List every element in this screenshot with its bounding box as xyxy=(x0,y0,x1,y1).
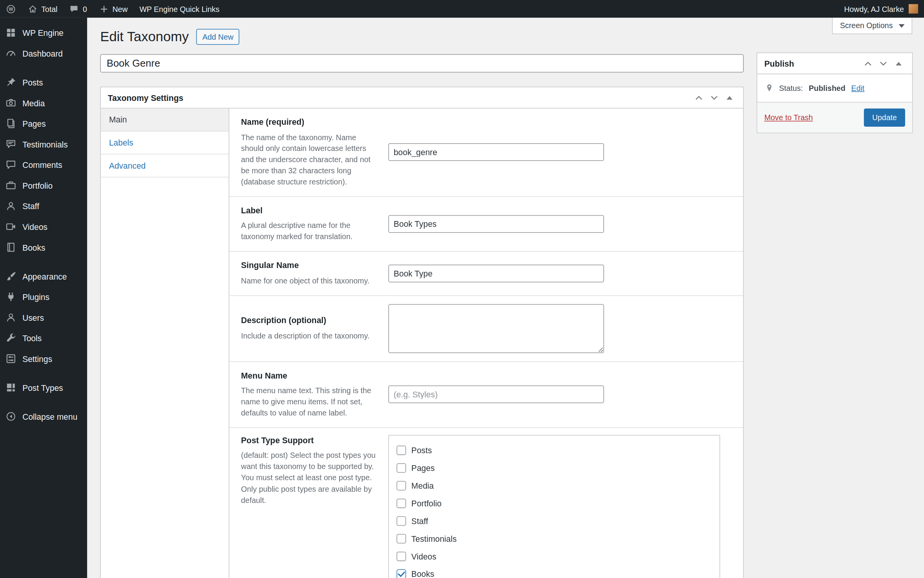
toggle-panel-button[interactable] xyxy=(891,56,906,71)
page-header: Edit Taxonomy Add New xyxy=(100,28,911,46)
checkbox[interactable] xyxy=(397,481,406,490)
person-icon xyxy=(5,200,17,211)
post-type-option-portfolio[interactable]: Portfolio xyxy=(397,494,712,512)
sidebar-item-post-types[interactable]: Post Types xyxy=(0,377,87,398)
tab-advanced[interactable]: Advanced xyxy=(101,154,229,178)
add-new-button[interactable]: Add New xyxy=(196,29,239,45)
post-type-option-videos[interactable]: Videos xyxy=(397,547,712,565)
comments-shortcut[interactable]: 0 xyxy=(63,0,93,18)
move-down-button[interactable] xyxy=(706,90,722,105)
post-types-icon xyxy=(5,382,17,393)
sidebar-item-wp-engine[interactable]: WP Engine xyxy=(0,22,87,43)
home-icon xyxy=(28,4,38,14)
label-input[interactable] xyxy=(388,215,604,233)
move-to-trash-link[interactable]: Move to Trash xyxy=(764,113,813,122)
metabox-title: Publish xyxy=(764,59,860,68)
my-account-menu[interactable]: Howdy, AJ Clarke xyxy=(838,0,924,18)
toggle-triangle-icon xyxy=(896,62,902,65)
field-description: Include a description of the taxonomy. xyxy=(241,331,379,342)
checkbox[interactable] xyxy=(397,463,406,472)
field-row-post-type-support: Post Type Support (default: post) Select… xyxy=(229,428,743,578)
sidebar-item-books[interactable]: Books xyxy=(0,237,87,258)
sidebar-item-comments[interactable]: Comments xyxy=(0,154,87,175)
field-row-description: Description (optional) Include a descrip… xyxy=(229,296,743,362)
move-down-button[interactable] xyxy=(875,56,891,71)
chevron-up-icon xyxy=(694,92,705,103)
wp-engine-quick-links-menu[interactable]: WP Engine Quick Links xyxy=(134,0,225,18)
plugins-icon xyxy=(5,291,17,302)
sidebar-item-appearance[interactable]: Appearance xyxy=(0,266,87,286)
pages-icon xyxy=(5,118,17,129)
sidebar-item-tools[interactable]: Tools xyxy=(0,328,87,348)
taxonomy-title-input[interactable] xyxy=(100,54,743,72)
sidebar-item-portfolio[interactable]: Portfolio xyxy=(0,175,87,196)
portfolio-icon xyxy=(5,180,17,191)
publish-metabox: Publish Status: Pu xyxy=(757,52,913,133)
checkbox-label: Pages xyxy=(411,463,435,472)
site-name-label: Total xyxy=(41,4,57,13)
sidebar-item-testimonials[interactable]: Testimonials xyxy=(0,134,87,154)
sidebar-item-settings[interactable]: Settings xyxy=(0,348,87,369)
page-title: Edit Taxonomy xyxy=(100,28,189,46)
move-up-button[interactable] xyxy=(860,56,876,71)
checkbox-label: Testimonials xyxy=(411,534,457,543)
tab-main[interactable]: Main xyxy=(101,109,229,132)
menu-name-input[interactable] xyxy=(388,385,604,403)
field-description: The name of the taxonomy. Name should on… xyxy=(241,132,379,188)
checkbox[interactable] xyxy=(397,569,406,578)
post-type-option-staff[interactable]: Staff xyxy=(397,512,712,530)
update-button[interactable]: Update xyxy=(864,109,905,127)
tab-labels[interactable]: Labels xyxy=(101,131,229,154)
sidebar-item-pages[interactable]: Pages xyxy=(0,113,87,134)
field-label: Menu Name xyxy=(241,370,379,382)
field-description: The menu name text. This string is the n… xyxy=(241,385,379,419)
sidebar-item-collapse-menu[interactable]: Collapse menu xyxy=(0,406,87,427)
taxonomy-settings-metabox: Taxonomy Settings xyxy=(100,87,743,578)
new-content-menu[interactable]: New xyxy=(93,0,134,18)
sidebar-item-media[interactable]: Media xyxy=(0,92,87,113)
checkbox-label: Posts xyxy=(411,446,432,455)
field-description: Name for one object of this taxonomy. xyxy=(241,276,379,287)
chevron-up-icon xyxy=(863,58,874,69)
post-type-option-pages[interactable]: Pages xyxy=(397,459,712,477)
status-value: Published xyxy=(809,84,845,92)
checkbox[interactable] xyxy=(397,498,406,508)
post-type-option-books[interactable]: Books xyxy=(397,565,712,578)
publish-actions: Move to Trash Update xyxy=(757,102,912,132)
field-label: Label xyxy=(241,205,379,216)
status-pin-icon xyxy=(764,83,774,93)
media-icon xyxy=(5,97,17,109)
checkbox[interactable] xyxy=(397,516,406,525)
screen-options-tab[interactable]: Screen Options xyxy=(832,18,912,34)
sidebar-item-videos[interactable]: Videos xyxy=(0,216,87,237)
admin-bar-right: Howdy, AJ Clarke xyxy=(838,0,924,18)
checkbox[interactable] xyxy=(397,534,406,543)
description-textarea[interactable] xyxy=(388,304,604,353)
settings-form: Name (required) The name of the taxonomy… xyxy=(229,109,743,578)
post-type-option-posts[interactable]: Posts xyxy=(397,441,712,459)
settings-icon xyxy=(5,353,17,364)
sidebar-item-posts[interactable]: Posts xyxy=(0,72,87,93)
move-up-button[interactable] xyxy=(691,90,706,105)
sidebar-item-dashboard[interactable]: Dashboard xyxy=(0,43,87,64)
sidebar-item-staff[interactable]: Staff xyxy=(0,196,87,216)
singular-name-input[interactable] xyxy=(388,265,604,282)
checkbox[interactable] xyxy=(397,446,406,455)
wordpress-menu[interactable]: W xyxy=(0,0,22,18)
checkbox[interactable] xyxy=(397,551,406,561)
site-name-menu[interactable]: Total xyxy=(22,0,64,18)
collapse-icon xyxy=(5,411,17,422)
field-label: Description (optional) xyxy=(241,315,379,327)
toggle-panel-button[interactable] xyxy=(722,90,737,105)
post-type-option-media[interactable]: Media xyxy=(397,477,712,494)
post-type-option-testimonials[interactable]: Testimonials xyxy=(397,529,712,547)
sidebar-item-users[interactable]: Users xyxy=(0,307,87,328)
field-label: Name (required) xyxy=(241,117,379,128)
field-row-singular-name: Singular Name Name for one object of thi… xyxy=(229,252,743,296)
name-input[interactable] xyxy=(388,144,604,161)
post-type-support-group: Posts Pages Media xyxy=(388,435,720,578)
edit-status-link[interactable]: Edit xyxy=(851,84,864,92)
sidebar-item-plugins[interactable]: Plugins xyxy=(0,286,87,307)
content-area: Screen Options Edit Taxonomy Add New Tax… xyxy=(87,18,924,578)
field-label: Post Type Support xyxy=(241,435,379,446)
